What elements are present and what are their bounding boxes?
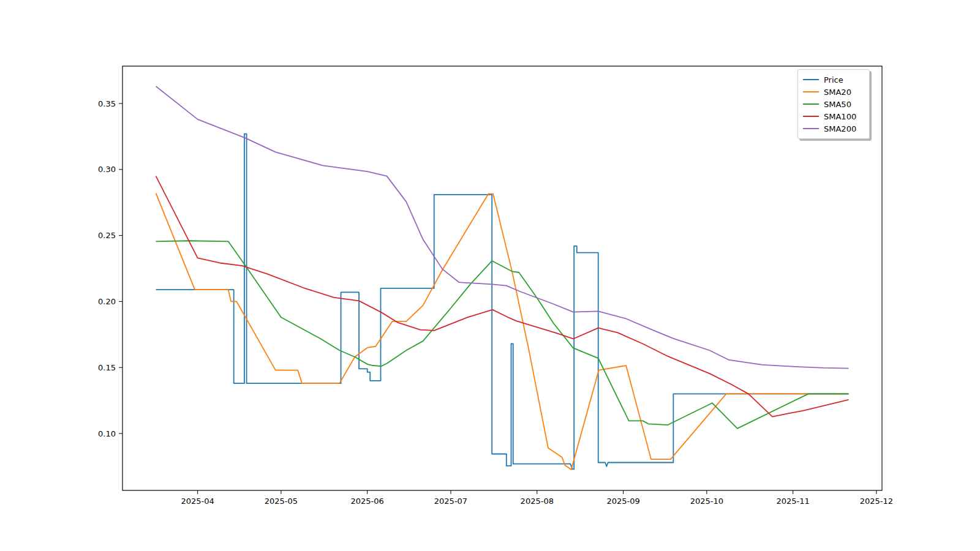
x-tick-label: 2025-09 [606, 497, 639, 506]
legend: Price SMA20 SMA50 SMA100 SMA200 [797, 69, 870, 139]
x-tick-label: 2025-10 [690, 497, 723, 506]
series-line-sma100 [156, 176, 849, 417]
x-tick-label: 2025-07 [434, 497, 467, 506]
legend-item-sma20: SMA20 [803, 86, 864, 98]
x-tick-label: 2025-04 [181, 497, 214, 506]
legend-item-sma200: SMA200 [803, 122, 864, 135]
x-tick-label: 2025-11 [776, 497, 809, 506]
x-tick-label: 2025-08 [521, 497, 554, 506]
legend-line-price-icon [803, 79, 819, 80]
x-tick-label: 2025-06 [351, 497, 384, 506]
series-line-sma50 [156, 241, 849, 429]
legend-item-sma50: SMA50 [803, 98, 864, 110]
x-tick-label: 2025-12 [860, 497, 893, 506]
y-tick-label: 0.20 [98, 297, 116, 306]
legend-item-sma100: SMA100 [803, 110, 864, 122]
legend-label: Price [824, 75, 843, 84]
y-tick-label: 0.15 [98, 363, 116, 372]
legend-line-sma50-icon [803, 103, 819, 105]
legend-label: SMA20 [824, 88, 851, 97]
y-tick-label: 0.35 [98, 99, 116, 108]
x-tick-label: 2025-05 [265, 497, 298, 506]
y-tick-label: 0.10 [98, 429, 116, 438]
y-tick-label: 0.30 [98, 165, 116, 174]
chart-figure: 2025-042025-052025-062025-072025-082025-… [0, 0, 980, 551]
series-line-price [156, 134, 849, 470]
plot-area: 2025-042025-052025-062025-072025-082025-… [98, 66, 893, 506]
series-line-sma20 [156, 193, 849, 470]
legend-label: SMA50 [824, 100, 851, 109]
plot-border [123, 66, 882, 490]
legend-line-sma200-icon [803, 128, 819, 129]
legend-label: SMA200 [824, 124, 856, 133]
series-line-sma200 [156, 86, 849, 369]
legend-label: SMA100 [824, 112, 856, 121]
legend-item-price: Price [803, 73, 864, 86]
legend-line-sma20-icon [803, 91, 819, 92]
y-tick-label: 0.25 [98, 231, 116, 240]
legend-line-sma100-icon [803, 116, 819, 117]
